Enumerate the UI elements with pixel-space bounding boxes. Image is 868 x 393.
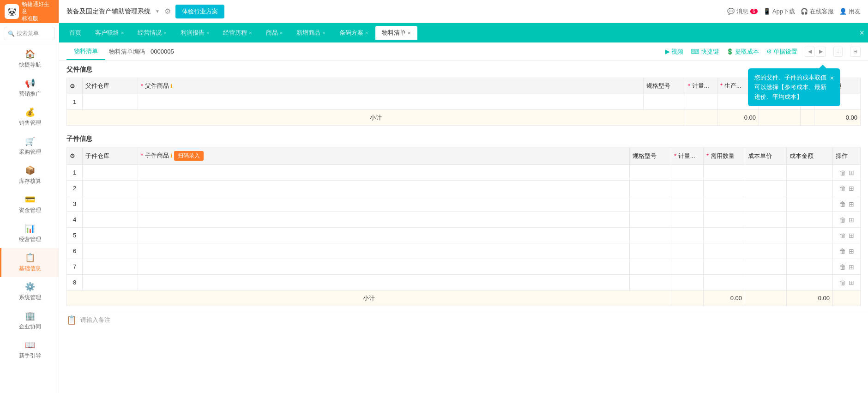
tab-bom[interactable]: 物料清单 × [375,26,417,40]
child-cell-amount-3[interactable] [787,196,833,212]
child-cell-warehouse-2[interactable] [83,181,138,196]
tab-close-operation-history[interactable]: × [249,30,252,36]
child-cell-unit-4[interactable] [671,212,704,228]
child-cell-amount-8[interactable] [787,275,833,290]
copy-row-icon-5[interactable]: ⊞ [849,232,854,239]
tab-product[interactable]: 商品 × [259,26,289,40]
trial-button[interactable]: 体验行业方案 [175,5,224,18]
tab-bar-end[interactable]: × [859,28,864,38]
child-cell-qty-4[interactable] [704,212,745,228]
child-th-settings[interactable]: ⚙ [67,147,83,165]
scan-input-button[interactable]: 扫码录入 [174,151,204,161]
child-cell-spec-3[interactable] [630,196,671,212]
tab-close-operation-status[interactable]: × [163,30,166,36]
copy-row-icon-1[interactable]: ⊞ [849,169,854,176]
copy-row-icon-3[interactable]: ⊞ [849,200,854,208]
child-product-info-icon[interactable]: ℹ [170,153,172,158]
child-cell-qty-2[interactable] [704,181,745,196]
child-cell-qty-8[interactable] [704,275,745,290]
parent-th-settings[interactable]: ⚙ [67,78,83,94]
child-cell-unit-7[interactable] [671,259,704,275]
child-cell-spec-1[interactable] [630,165,671,181]
child-cell-warehouse-3[interactable] [83,196,138,212]
child-cell-product-4[interactable] [138,212,630,228]
child-cell-warehouse-4[interactable] [83,212,138,228]
app-download-button[interactable]: 📱 App下载 [763,7,795,16]
tab-operation-history[interactable]: 经营历程 × [217,26,258,40]
delete-row-icon-6[interactable]: 🗑 [839,248,846,255]
child-cell-unitcost-7[interactable] [745,259,787,275]
child-cell-warehouse-5[interactable] [83,228,138,243]
delete-row-icon-8[interactable]: 🗑 [839,279,846,286]
sidebar-item-sales[interactable]: 💰 销售管理 [0,103,59,132]
delete-row-icon-1[interactable]: 🗑 [839,169,846,176]
copy-row-icon-8[interactable]: ⊞ [849,279,854,286]
single-settings-action[interactable]: ⚙ 单据设置 [766,48,797,56]
child-cell-amount-5[interactable] [787,228,833,243]
tab-new-product[interactable]: 新增商品 × [290,26,332,40]
child-cell-product-5[interactable] [138,228,630,243]
settings-icon[interactable]: ⚙ [164,7,171,16]
child-cell-qty-7[interactable] [704,259,745,275]
sidebar-item-marketing[interactable]: 📢 营销推广 [0,73,59,103]
child-cell-spec-6[interactable] [630,243,671,259]
copy-row-icon-6[interactable]: ⊞ [849,248,854,255]
message-button[interactable]: 💬 消息 6 [727,7,758,16]
child-cell-unit-5[interactable] [671,228,704,243]
child-cell-unitcost-4[interactable] [745,212,787,228]
child-cell-unit-1[interactable] [671,165,704,181]
parent-cell-unit-1[interactable] [685,94,717,110]
tab-close-new-product[interactable]: × [322,30,325,36]
delete-row-icon-7[interactable]: 🗑 [839,263,846,271]
sidebar-item-inventory[interactable]: 📦 库存核算 [0,161,59,190]
child-cell-unit-8[interactable] [671,275,704,290]
delete-row-icon-4[interactable]: 🗑 [839,216,846,224]
sidebar-item-enterprise[interactable]: 🏢 企业协同 [0,306,59,335]
system-dropdown-arrow[interactable]: ▼ [155,9,160,14]
tab-close-bom[interactable]: × [408,30,410,36]
sidebar-item-purchase[interactable]: 🛒 采购管理 [0,132,59,161]
child-cell-warehouse-6[interactable] [83,243,138,259]
tab-home[interactable]: 首页 [63,26,88,40]
child-cell-warehouse-8[interactable] [83,275,138,290]
child-cell-unitcost-8[interactable] [745,275,787,290]
online-service-button[interactable]: 🎧 在线客服 [801,7,834,16]
child-cell-unitcost-3[interactable] [745,196,787,212]
child-cell-amount-1[interactable] [787,165,833,181]
tab-barcode[interactable]: 条码方案 × [333,26,374,40]
nav-prev[interactable]: ◀ [805,47,815,57]
child-cell-warehouse-7[interactable] [83,259,138,275]
sidebar-item-basic[interactable]: 📋 基础信息 [0,248,59,277]
sidebar-item-guide[interactable]: 📖 新手引导 [0,335,59,364]
child-cell-product-2[interactable] [138,181,630,196]
sidebar-item-finance[interactable]: 💳 资金管理 [0,190,59,219]
user-button[interactable]: 👤 用友 [839,7,861,16]
tab-close-barcode[interactable]: × [365,30,368,36]
nav-expand[interactable]: ⊟ [850,47,861,57]
tab-close-customer[interactable]: × [121,30,124,36]
child-cell-amount-7[interactable] [787,259,833,275]
child-cell-product-6[interactable] [138,243,630,259]
tab-close-profit-report[interactable]: × [206,30,209,36]
search-menu-button[interactable]: 🔍 搜索菜单 [4,27,55,40]
child-cell-unitcost-1[interactable] [745,165,787,181]
child-cell-spec-5[interactable] [630,228,671,243]
child-cell-product-8[interactable] [138,275,630,290]
sidebar-item-quick-nav[interactable]: 🏠 快捷导航 [0,44,59,73]
copy-row-icon-2[interactable]: ⊞ [849,185,854,192]
sub-tab-bom-list[interactable]: 物料清单 [66,43,105,60]
child-cell-warehouse-1[interactable] [83,165,138,181]
child-cell-qty-5[interactable] [704,228,745,243]
child-cell-unitcost-2[interactable] [745,181,787,196]
child-cell-product-1[interactable] [138,165,630,181]
child-cell-amount-2[interactable] [787,181,833,196]
delete-row-icon-2[interactable]: 🗑 [839,185,846,192]
tooltip-close-button[interactable]: × [830,73,834,83]
delete-row-icon-5[interactable]: 🗑 [839,232,846,239]
child-cell-product-7[interactable] [138,259,630,275]
parent-product-info-icon[interactable]: ℹ [170,83,172,89]
parent-cell-spec-1[interactable] [644,94,685,110]
tab-operation-status[interactable]: 经营情况 × [131,26,173,40]
child-cell-product-3[interactable] [138,196,630,212]
shortcut-action[interactable]: ⌨ 快捷键 [691,48,719,56]
